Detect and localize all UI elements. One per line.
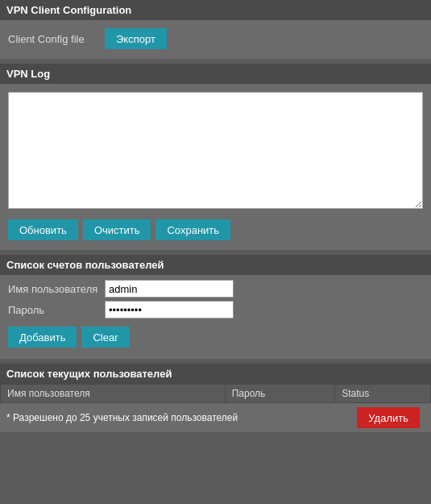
config-file-label: Client Config file	[8, 33, 105, 45]
password-label: Пароль	[8, 304, 105, 316]
current-users-section: Список текущих пользователей Имя пользов…	[0, 364, 431, 432]
username-input[interactable]	[105, 280, 234, 298]
export-button[interactable]: Экспорт	[105, 28, 167, 49]
col-password: Пароль	[225, 385, 335, 403]
user-accounts-title: Список счетов пользователей	[6, 259, 164, 271]
vpn-log-title: VPN Log	[6, 68, 50, 80]
vpn-log-section: VPN Log Обновить Очистить Сохранить	[0, 64, 431, 250]
username-row: Имя пользователя	[8, 280, 423, 298]
log-button-row: Обновить Очистить Сохранить	[8, 215, 423, 244]
clear-user-button[interactable]: Clear	[81, 327, 129, 348]
log-textarea[interactable]	[8, 92, 423, 209]
password-row: Пароль	[8, 301, 423, 319]
vpn-config-title: VPN Client Configuration	[6, 4, 131, 16]
username-label: Имя пользователя	[8, 283, 105, 295]
refresh-button[interactable]: Обновить	[8, 219, 78, 240]
save-log-button[interactable]: Сохранить	[155, 219, 230, 240]
footer-note: * Разрешено до 25 учетных записей пользо…	[6, 412, 238, 423]
col-username: Имя пользователя	[1, 385, 226, 403]
password-input[interactable]	[105, 301, 234, 319]
user-accounts-section: Список счетов пользователей Имя пользова…	[0, 255, 431, 359]
current-users-table-section: Имя пользователя Пароль Status	[0, 384, 431, 403]
vpn-config-section: VPN Client Configuration Client Config f…	[0, 0, 431, 59]
delete-button[interactable]: Удалить	[357, 407, 420, 428]
clear-log-button[interactable]: Очистить	[83, 219, 151, 240]
current-users-header: Список текущих пользователей	[0, 364, 431, 384]
log-textarea-wrapper	[8, 89, 423, 215]
vpn-log-header: VPN Log	[0, 64, 431, 84]
user-button-row: Добавить Clear	[8, 322, 423, 351]
user-accounts-content: Имя пользователя Пароль Добавить Clear	[0, 275, 431, 359]
add-user-button[interactable]: Добавить	[8, 327, 77, 348]
user-accounts-header: Список счетов пользователей	[0, 255, 431, 275]
col-status: Status	[335, 385, 431, 403]
vpn-log-content: Обновить Очистить Сохранить	[0, 84, 431, 250]
config-file-row: Client Config file Экспорт	[8, 25, 423, 52]
table-header-row: Имя пользователя Пароль Status	[1, 385, 431, 403]
vpn-config-content: Client Config file Экспорт	[0, 20, 431, 59]
vpn-config-header: VPN Client Configuration	[0, 0, 431, 20]
current-users-footer: * Разрешено до 25 учетных записей пользо…	[0, 403, 431, 432]
current-users-table: Имя пользователя Пароль Status	[0, 384, 431, 403]
current-users-title: Список текущих пользователей	[6, 368, 172, 380]
